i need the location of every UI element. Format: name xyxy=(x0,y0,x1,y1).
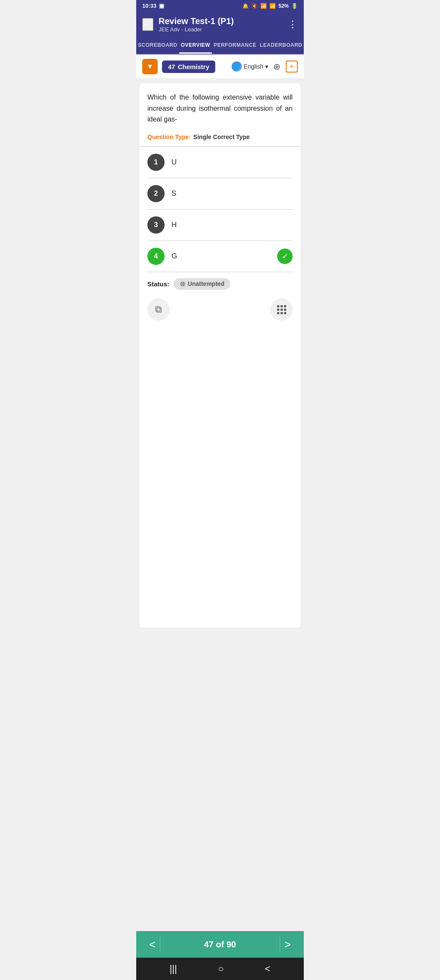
nav-home-icon: ○ xyxy=(218,963,224,974)
option-row-3[interactable]: 3 H xyxy=(147,209,293,241)
nav-bar: ||| ○ < xyxy=(136,958,304,980)
option-circle-2: 2 xyxy=(147,185,165,202)
globe-icon: 🌐 xyxy=(232,61,242,72)
page-text: 47 of 90 xyxy=(160,940,280,950)
nav-back-button[interactable]: < xyxy=(265,963,270,974)
option-text-3: H xyxy=(171,221,293,229)
spacer xyxy=(136,632,304,931)
question-card: Which of the following extensive variabl… xyxy=(140,83,300,628)
sim-icon: ▣ xyxy=(159,3,164,9)
nav-home-button[interactable]: ○ xyxy=(218,963,224,974)
signal-icon: 📶 xyxy=(269,3,276,9)
language-arrow: ▾ xyxy=(265,63,268,70)
option-row-2[interactable]: 2 S xyxy=(147,178,293,209)
language-button[interactable]: 🌐 English ▾ xyxy=(232,61,268,72)
grid-button[interactable] xyxy=(270,298,293,321)
subject-badge: 47 Chemistry xyxy=(162,61,215,73)
prev-button[interactable]: < xyxy=(145,938,160,951)
option-row-4[interactable]: 4 G ✓ xyxy=(147,241,293,272)
tab-performance[interactable]: PERFORMANCE xyxy=(212,37,258,54)
status-row: Status: ⊗ Unattempted xyxy=(147,272,293,294)
copy-icon: ⧉ xyxy=(155,304,162,315)
tab-scoreboard[interactable]: SCOREBOARD xyxy=(136,37,179,54)
alarm-icon: 🔔 xyxy=(242,3,249,9)
filter-button[interactable]: ▼ xyxy=(142,59,158,74)
header-title-block: Review Test-1 (P1) JEE Adv - Leader xyxy=(159,16,283,33)
question-type-value: Single Correct Type xyxy=(193,133,250,140)
status-value: Unattempted xyxy=(188,280,225,287)
tabs-bar: SCOREBOARD OVERVIEW PERFORMANCE LEADERBO… xyxy=(136,37,304,55)
question-text: Which of the following extensive variabl… xyxy=(147,92,293,125)
question-type-label: Question Type: xyxy=(147,133,191,140)
toolbar-right: 🌐 English ▾ ⊕ + xyxy=(232,61,298,73)
option-circle-3: 3 xyxy=(147,216,165,234)
more-button[interactable]: ⋮ xyxy=(288,19,298,30)
copy-button[interactable]: ⧉ xyxy=(147,298,170,321)
question-type-row: Question Type: Single Correct Type xyxy=(147,133,293,140)
search-button[interactable]: ⊕ xyxy=(273,61,281,72)
back-button[interactable]: ← xyxy=(142,18,153,31)
subject-name: Chemistry xyxy=(178,63,209,70)
toolbar: ▼ 47 Chemistry 🌐 English ▾ ⊕ + xyxy=(136,55,304,79)
status-bar-left: 10:33 ▣ xyxy=(142,3,164,9)
header-subtitle: JEE Adv - Leader xyxy=(159,26,283,33)
status-x-icon: ⊗ xyxy=(180,280,185,288)
tab-leaderboard[interactable]: LEADERBOARD xyxy=(258,37,304,54)
mute-icon: 🔇 xyxy=(251,3,258,9)
option-circle-4: 4 xyxy=(147,248,165,265)
status-bar: 10:33 ▣ 🔔 🔇 📶 📶 52% 🔋 xyxy=(136,0,304,12)
nav-back-icon: < xyxy=(265,963,270,974)
nav-menu-icon: ||| xyxy=(170,963,177,974)
tab-overview[interactable]: OVERVIEW xyxy=(179,37,212,54)
time: 10:33 xyxy=(142,3,156,9)
bookmark-button[interactable]: + xyxy=(286,61,298,73)
grid-icon xyxy=(277,305,286,314)
action-row: ⧉ xyxy=(147,294,293,323)
status-badge: ⊗ Unattempted xyxy=(174,278,231,290)
header: ← Review Test-1 (P1) JEE Adv - Leader ⋮ xyxy=(136,12,304,37)
bookmark-icon: + xyxy=(290,63,293,70)
option-text-2: S xyxy=(171,189,293,198)
filter-icon: ▼ xyxy=(147,63,153,70)
status-bar-right: 🔔 🔇 📶 📶 52% 🔋 xyxy=(242,3,298,9)
next-button[interactable]: > xyxy=(280,938,295,951)
pagination-bar: < 47 of 90 > xyxy=(136,931,304,958)
battery-level: 52% xyxy=(278,3,289,9)
correct-check-icon: ✓ xyxy=(277,249,293,264)
search-icon: ⊕ xyxy=(273,62,281,71)
option-text-1: U xyxy=(171,158,293,167)
nav-menu-button[interactable]: ||| xyxy=(170,963,177,974)
option-text-4: G xyxy=(171,252,270,261)
battery-icon: 🔋 xyxy=(291,3,298,9)
status-label: Status: xyxy=(147,280,169,288)
language-label: English xyxy=(244,63,263,70)
option-row-1[interactable]: 1 U xyxy=(147,147,293,178)
question-number: 47 xyxy=(168,63,175,70)
option-circle-1: 1 xyxy=(147,154,165,171)
header-title: Review Test-1 (P1) xyxy=(159,16,283,26)
wifi-icon: 📶 xyxy=(260,3,267,9)
